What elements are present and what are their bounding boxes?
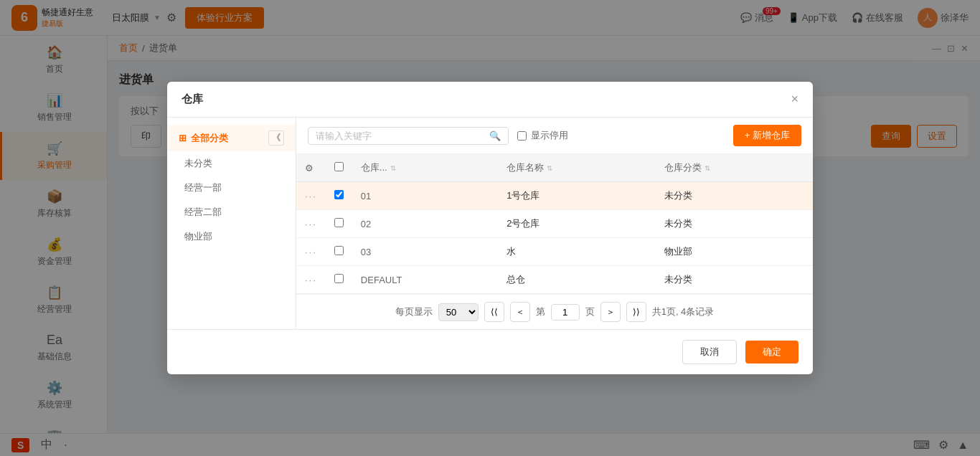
total-label: 共1页, 4条记录 [652,305,715,318]
pagination: 每页显示 102050100 ⟨⟨ ＜ 第 页 ＞ ⟩⟩ 共1页, 4条记录 [296,294,813,329]
row-more-icon[interactable]: ··· [305,247,317,257]
table-row[interactable]: ··· 01 1号仓库 未分类 [296,182,813,210]
modal-close-button[interactable]: × [791,92,798,107]
th-checkbox [326,154,352,182]
row-category: 未分类 [656,182,813,210]
page-label: 第 [536,305,545,318]
row-checkbox[interactable] [334,190,344,199]
row-num: 02 [352,210,498,238]
table-panel: 🔍 显示停用 + 新增仓库 ⚙ [296,118,813,329]
show-disabled-checkbox[interactable] [517,131,527,141]
row-checkbox[interactable] [334,274,344,283]
row-category: 未分类 [656,210,813,238]
row-num: DEFAULT [352,266,498,294]
search-input[interactable] [316,130,485,141]
row-checkbox-cell [326,238,352,266]
warehouse-tbody: ··· 01 1号仓库 未分类 ··· 02 2号仓库 未分类 ··· 03 水… [296,182,813,294]
sort-icon-name: ⇅ [547,164,552,172]
cancel-button[interactable]: 取消 [682,340,737,364]
next-page-button[interactable]: ＞ [600,302,621,322]
table-toolbar: 🔍 显示停用 + 新增仓库 [296,118,813,154]
row-name: 水 [498,238,655,266]
first-page-button[interactable]: ⟨⟨ [484,302,504,322]
modal-overlay: 仓库 × ⊞ 全部分类 《 未分类经营一部经营二部物业部 🔍 [0,0,980,456]
modal-title: 仓库 [182,92,203,106]
show-disabled-label[interactable]: 显示停用 [517,129,568,142]
sort-icon-code: ⇅ [390,164,396,172]
row-name: 2号仓库 [498,210,655,238]
th-name[interactable]: 仓库名称 ⇅ [498,154,655,182]
all-categories-item[interactable]: ⊞ 全部分类 《 [167,125,296,151]
last-page-button[interactable]: ⟩⟩ [626,302,646,322]
category-item-property[interactable]: 物业部 [167,224,296,249]
row-actions: ··· [296,210,326,238]
row-checkbox-cell [326,182,352,210]
category-list: 未分类经营一部经营二部物业部 [167,151,296,249]
category-item-ops1[interactable]: 经营一部 [167,176,296,200]
table-header: ⚙ 仓库... ⇅ [296,154,813,182]
th-category[interactable]: 仓库分类 ⇅ [656,154,813,182]
row-category: 未分类 [656,266,813,294]
th-category-label: 仓库分类 [664,161,702,174]
row-actions: ··· [296,182,326,210]
row-num: 03 [352,238,498,266]
modal-header: 仓库 × [167,82,813,118]
table-row[interactable]: ··· 02 2号仓库 未分类 [296,210,813,238]
per-page-select[interactable]: 102050100 [438,303,479,321]
row-actions: ··· [296,266,326,294]
row-checkbox-cell [326,210,352,238]
modal-body: ⊞ 全部分类 《 未分类经营一部经营二部物业部 🔍 显示停用 [167,118,813,329]
row-num: 01 [352,182,498,210]
search-icon: 🔍 [489,130,501,141]
row-more-icon[interactable]: ··· [305,275,317,285]
row-checkbox[interactable] [334,246,344,255]
row-more-icon[interactable]: ··· [305,219,317,229]
add-warehouse-button[interactable]: + 新增仓库 [733,125,801,146]
th-name-label: 仓库名称 [507,161,544,174]
page-unit-label: 页 [585,305,595,318]
prev-page-button[interactable]: ＜ [510,302,530,322]
th-code-label: 仓库... [361,161,387,174]
grid-icon: ⊞ [179,133,187,143]
warehouse-modal: 仓库 × ⊞ 全部分类 《 未分类经营一部经营二部物业部 🔍 [167,82,813,374]
gear-th-icon: ⚙ [305,163,314,174]
select-all-checkbox[interactable] [334,162,344,171]
warehouse-table: ⚙ 仓库... ⇅ [296,154,813,294]
per-page-label: 每页显示 [395,305,433,318]
table-row[interactable]: ··· DEFAULT 总仓 未分类 [296,266,813,294]
row-name: 1号仓库 [498,182,655,210]
table-row[interactable]: ··· 03 水 物业部 [296,238,813,266]
category-item-ops2[interactable]: 经营二部 [167,200,296,224]
row-more-icon[interactable]: ··· [305,191,317,201]
page-input[interactable] [551,304,580,320]
row-name: 总仓 [498,266,655,294]
category-item-uncategorized[interactable]: 未分类 [167,151,296,176]
row-checkbox[interactable] [334,218,344,227]
sort-icon-category: ⇅ [705,164,710,172]
row-category: 物业部 [656,238,813,266]
row-checkbox-cell [326,266,352,294]
modal-footer: 取消 确定 [167,329,813,374]
th-code[interactable]: 仓库... ⇅ [352,154,498,182]
warehouse-table-wrap: ⚙ 仓库... ⇅ [296,154,813,294]
category-panel: ⊞ 全部分类 《 未分类经营一部经营二部物业部 [167,118,296,329]
search-box: 🔍 [308,127,509,145]
collapse-button[interactable]: 《 [268,130,284,146]
all-categories-label: 全部分类 [191,132,228,145]
confirm-button[interactable]: 确定 [745,341,798,364]
row-actions: ··· [296,238,326,266]
th-settings[interactable]: ⚙ [296,154,326,182]
